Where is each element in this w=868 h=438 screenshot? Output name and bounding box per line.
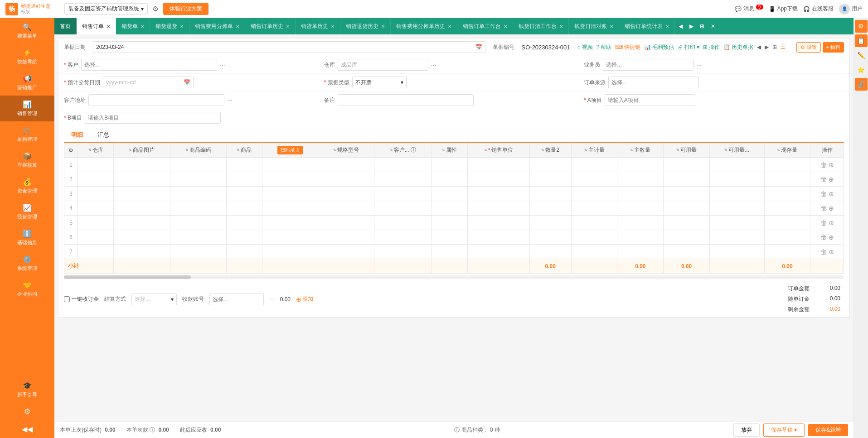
sidebar-item-search[interactable]: 🔍 搜索菜单 <box>0 18 54 44</box>
copy-row-icon[interactable]: ⊕ <box>829 219 834 226</box>
tab-close-icon[interactable]: ✕ <box>448 24 451 29</box>
right-icon-template[interactable]: 📋 <box>855 34 868 47</box>
tab-sales-order[interactable]: 销售订单 ✕ <box>77 18 116 34</box>
salesperson-more-btn[interactable]: ··· <box>696 61 702 68</box>
tab-summary[interactable]: 汇总 <box>90 128 116 142</box>
payment-method-select[interactable]: 选择... ▾ <box>131 294 177 305</box>
sidebar-item-marketing[interactable]: 📢 营销推广 <box>0 70 54 96</box>
next-icon[interactable]: ▶ <box>765 44 769 50</box>
th-sales-unit[interactable]: ⇅*销售单位 <box>467 143 529 158</box>
messages-item[interactable]: 💬 消息 9 <box>735 5 763 13</box>
delete-row-icon[interactable]: 🗑 <box>820 234 827 241</box>
history-link[interactable]: 📋 历史单据 <box>723 43 753 51</box>
tab-nav-close-all[interactable]: ✕ <box>708 18 718 34</box>
a-project-input[interactable] <box>605 94 695 106</box>
warehouse-input[interactable] <box>338 59 428 71</box>
warehouse-more-btn[interactable]: ··· <box>431 61 436 68</box>
tab-close-icon[interactable]: ✕ <box>559 24 563 29</box>
tab-invoice-history[interactable]: 销货单历史 ✕ <box>296 18 340 34</box>
sidebar-item-operations[interactable]: 📈 经营管理 <box>0 199 54 225</box>
user-item[interactable]: 👤 用户 <box>839 4 863 14</box>
sidebar-item-purchase[interactable]: 🛒 采购管理 <box>0 121 54 147</box>
tab-return-history[interactable]: 销货退货历史 ✕ <box>340 18 391 34</box>
copy-row-icon[interactable]: ⊕ <box>829 190 834 197</box>
th-main-unit[interactable]: ⇅主计量 <box>571 143 617 158</box>
tab-close-icon[interactable]: ✕ <box>504 24 507 29</box>
th-warehouse[interactable]: ⇅仓库 <box>78 143 114 158</box>
tab-close-icon[interactable]: ✕ <box>381 24 385 29</box>
delete-row-icon[interactable]: 🗑 <box>820 205 827 212</box>
print-link[interactable]: 🖨 打印 ▾ <box>678 43 699 51</box>
account-more-btn[interactable]: ··· <box>269 296 275 303</box>
customer-input[interactable] <box>81 59 217 71</box>
discard-button[interactable]: 放弃 <box>733 424 760 437</box>
sidebar-item-guide[interactable]: 🎓 新手引导 <box>0 377 54 403</box>
th-settings[interactable]: ⚙ <box>64 143 78 158</box>
tab-close-icon[interactable]: ✕ <box>665 24 669 29</box>
remark-input[interactable] <box>338 94 474 106</box>
tab-nav-right[interactable]: ▶ <box>686 18 697 34</box>
copy-row-icon[interactable]: ⊕ <box>829 161 834 168</box>
tab-statistics[interactable]: 销售订单统计表 ✕ <box>619 18 675 34</box>
tab-daily-clearing[interactable]: 钱货日清工作台 ✕ <box>513 18 569 34</box>
order-source-input[interactable] <box>608 77 699 88</box>
salesperson-input[interactable] <box>603 59 693 71</box>
address-input[interactable] <box>88 94 224 106</box>
sidebar-item-system[interactable]: ⚙️ 系统管理 <box>0 250 54 276</box>
right-icon-link[interactable]: 🔗 <box>855 78 868 91</box>
address-more-btn[interactable]: ··· <box>227 96 233 104</box>
profit-link[interactable]: 📊 毛利预估 <box>644 43 674 51</box>
help-link[interactable]: ? 帮助 <box>596 43 612 51</box>
save-draft-button[interactable]: 保存草稿 ▾ <box>763 424 805 437</box>
scrollbar-thumb[interactable] <box>64 275 191 279</box>
tab-close-icon[interactable]: ✕ <box>286 24 290 29</box>
settings-icon[interactable]: ⚙ <box>152 5 159 13</box>
one-click-checkbox[interactable] <box>64 296 70 302</box>
date-input[interactable]: 2023-03-24 📅 <box>93 41 485 53</box>
prev-icon[interactable]: ◀ <box>757 44 761 50</box>
sidebar-item-settings-bottom[interactable]: ⚙ <box>0 403 54 420</box>
add-payment-btn[interactable]: ⊕ 添加 <box>296 295 313 303</box>
tab-sales-invoice[interactable]: 销货单 ✕ <box>116 18 150 34</box>
tab-nav-left[interactable]: ◀ <box>675 18 686 34</box>
add-material-btn[interactable]: + 物料 <box>823 42 844 53</box>
sidebar-item-inventory[interactable]: 📦 库存核算 <box>0 147 54 173</box>
th-current-qty[interactable]: ⇅现存量 <box>764 143 810 158</box>
sidebar-item-collapse[interactable]: ◀◀ <box>0 420 54 438</box>
delete-row-icon[interactable]: 🗑 <box>820 161 827 168</box>
scan-button[interactable]: 扫码录入 <box>277 146 303 154</box>
tab-close-icon[interactable]: ✕ <box>180 24 184 29</box>
th-spec[interactable]: ⇅规格型号 <box>318 143 374 158</box>
tab-sales-order-history[interactable]: 销售订单历史 ✕ <box>245 18 296 34</box>
view-link[interactable]: ○ 视频 <box>577 43 593 51</box>
tab-close-icon[interactable]: ✕ <box>141 24 144 29</box>
tab-close-icon[interactable]: ✕ <box>107 24 110 29</box>
system-selector[interactable]: 装备及固定资产辅助管理系统 ▾ <box>64 3 148 14</box>
tab-expense-history[interactable]: 销售费用分摊单历史 ✕ <box>391 18 457 34</box>
tab-close-icon[interactable]: ✕ <box>331 24 335 29</box>
horizontal-scrollbar[interactable] <box>64 275 844 279</box>
online-service-item[interactable]: 🎧 在线客服 <box>803 5 834 13</box>
right-icon-edit[interactable]: ✏️ <box>855 49 868 62</box>
delivery-date-input[interactable]: yyyy-mm-dd 📅 <box>103 77 194 88</box>
th-product-image[interactable]: ⇅商品图片 <box>114 143 170 158</box>
tab-nav-expand[interactable]: ⊞ <box>697 18 708 34</box>
tab-home[interactable]: 首页 <box>54 18 77 34</box>
save-new-button[interactable]: 保存&新增 <box>808 424 848 436</box>
operations-link[interactable]: ⊞ 操作 <box>703 43 720 51</box>
one-click-label[interactable]: 一键收订金 <box>64 295 99 303</box>
delete-row-icon[interactable]: 🗑 <box>820 219 827 226</box>
b-project-input[interactable] <box>85 112 221 124</box>
grid-view-icon[interactable]: ⊞ <box>772 44 777 50</box>
list-view-icon[interactable]: ☰ <box>781 44 786 50</box>
right-icon-settings[interactable]: ⚙ <box>855 20 868 33</box>
th-avail-qty[interactable]: ⇅可用量 <box>664 143 710 158</box>
customer-more-btn[interactable]: ··· <box>220 61 225 68</box>
shortcut-link[interactable]: ⌨ 快捷键 <box>615 43 640 51</box>
th-qty2[interactable]: ⇅数量2 <box>529 143 571 158</box>
delete-row-icon[interactable]: 🗑 <box>820 176 827 183</box>
tab-sales-return[interactable]: 销货退货 ✕ <box>150 18 189 34</box>
tab-sales-expense[interactable]: 销售费用分摊单 ✕ <box>189 18 245 34</box>
sidebar-item-quick-nav[interactable]: ⚡ 快捷导航 <box>0 44 54 70</box>
tab-close-icon[interactable]: ✕ <box>236 24 239 29</box>
